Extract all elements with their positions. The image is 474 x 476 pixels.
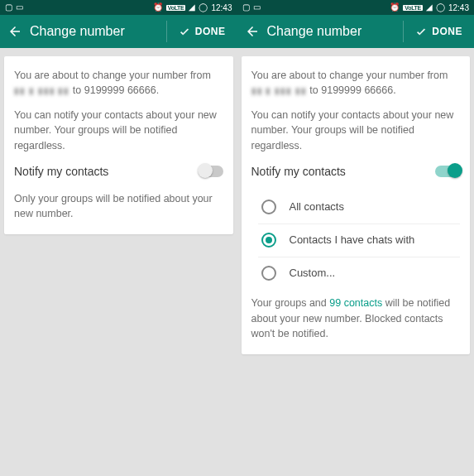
data-icon: ◯ — [199, 3, 208, 12]
notify-desc: You can notify your contacts about your … — [14, 108, 223, 152]
arrow-left-icon — [245, 24, 260, 39]
footer-text: Only your groups will be notified about … — [14, 191, 223, 221]
clock: 12:43 — [211, 3, 232, 12]
page-title: Change number — [267, 24, 404, 39]
check-icon — [415, 26, 427, 37]
data-icon: ◯ — [436, 3, 445, 12]
done-label: DONE — [195, 26, 226, 37]
option-label: Contacts I have chats with — [290, 233, 415, 248]
done-button[interactable]: DONE — [404, 26, 474, 37]
about-text: You are about to change your number from… — [14, 68, 223, 98]
image-icon: ▢ — [242, 3, 250, 12]
contacts-count-link[interactable]: 99 contacts — [329, 297, 382, 309]
notify-options: All contacts Contacts I have chats with … — [258, 191, 461, 290]
page-title: Change number — [30, 24, 166, 39]
volte-badge: VoLTE — [403, 5, 423, 11]
back-button[interactable] — [0, 24, 30, 39]
appbar: Change number DONE — [237, 15, 475, 48]
radio-icon — [261, 266, 276, 281]
clock: 12:43 — [448, 3, 469, 12]
done-button[interactable]: DONE — [167, 26, 237, 37]
option-label: Custom... — [290, 266, 336, 281]
old-number-redacted: ▮▮ ▮ ▮▮▮ ▮▮ — [251, 85, 307, 98]
appbar: Change number DONE — [0, 15, 237, 48]
volte-badge: VoLTE — [166, 5, 186, 11]
done-label: DONE — [432, 26, 462, 37]
image-icon: ▢ — [5, 3, 12, 12]
phone-left: ▢ ▭ ⏰ VoLTE ◢ ◯ 12:43 Change number DONE… — [0, 0, 237, 476]
old-number-redacted: ▮▮ ▮ ▮▮▮ ▮▮ — [14, 85, 69, 98]
notify-desc: You can notify your contacts about your … — [251, 108, 461, 152]
signal-icon: ◢ — [426, 3, 433, 12]
radio-icon — [261, 233, 276, 248]
option-label: All contacts — [290, 200, 344, 215]
option-chats-with[interactable]: Contacts I have chats with — [258, 224, 461, 257]
signal-icon: ◢ — [189, 3, 195, 12]
notify-toggle[interactable] — [199, 166, 223, 177]
statusbar: ▢ ▭ ⏰ VoLTE ◢ ◯ 12:43 — [0, 0, 237, 15]
alarm-icon: ⏰ — [390, 3, 400, 12]
notify-toggle-label: Notify my contacts — [14, 163, 108, 180]
arrow-left-icon — [7, 24, 22, 39]
notify-toggle-label: Notify my contacts — [251, 163, 346, 180]
notify-toggle[interactable] — [435, 166, 460, 177]
phone-right: ▢ ▭ ⏰ VoLTE ◢ ◯ 12:43 Change number DONE… — [237, 0, 475, 476]
radio-icon — [261, 200, 276, 214]
footer-text: Your groups and 99 contacts will be noti… — [251, 296, 461, 340]
about-text: You are about to change your number from… — [251, 68, 461, 98]
option-custom[interactable]: Custom... — [258, 257, 461, 290]
content-card: You are about to change your number from… — [242, 56, 471, 354]
back-button[interactable] — [237, 24, 267, 39]
alarm-icon: ⏰ — [153, 3, 163, 12]
statusbar: ▢ ▭ ⏰ VoLTE ◢ ◯ 12:43 — [237, 0, 475, 15]
laptop-icon: ▭ — [253, 3, 261, 12]
content-card: You are about to change your number from… — [4, 56, 233, 234]
option-all-contacts[interactable]: All contacts — [258, 191, 461, 224]
laptop-icon: ▭ — [16, 3, 23, 12]
check-icon — [179, 26, 190, 37]
